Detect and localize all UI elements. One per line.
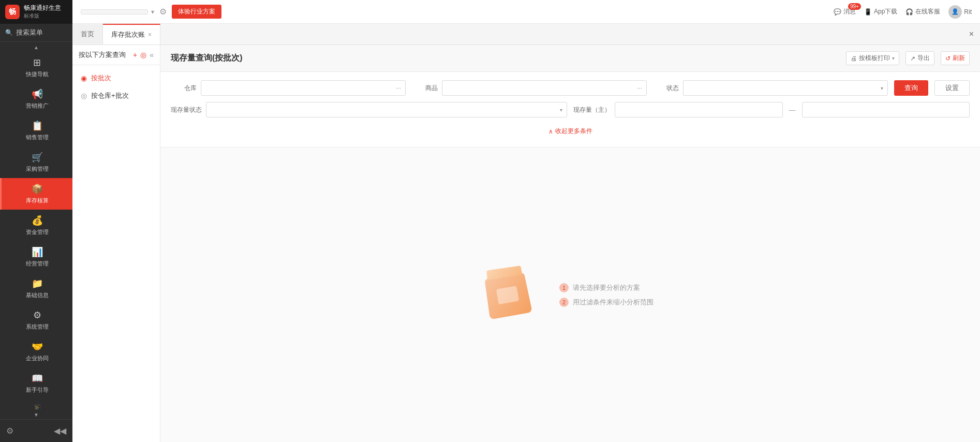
- app-download-btn[interactable]: 📱 App下载: [864, 7, 897, 16]
- sidebar-item-newbie[interactable]: 📖 新手引导: [0, 367, 72, 399]
- scroll-down-btn[interactable]: ▼: [0, 409, 72, 419]
- sidebar-item-inventory[interactable]: 📦 库存核算: [0, 178, 72, 210]
- scheme-settings-btn[interactable]: ◎: [140, 51, 146, 59]
- sidebar-footer: ⚙ ◀◀: [0, 419, 72, 442]
- collapse-panel-btn[interactable]: «: [150, 51, 154, 59]
- sidebar-item-purchase[interactable]: 🛒 采购管理: [0, 146, 72, 178]
- marketing-icon: 📢: [32, 89, 43, 100]
- sidebar-item-marketing[interactable]: 📢 营销推广: [0, 83, 72, 115]
- refresh-btn[interactable]: ↺ 刷新: [941, 51, 970, 65]
- inventory-qty-min-input[interactable]: [615, 102, 783, 117]
- sidebar-item-sales[interactable]: 📋 销售管理: [0, 115, 72, 146]
- empty-illustration: [487, 269, 539, 321]
- empty-box: [484, 272, 532, 319]
- quick-nav-icon: ⊞: [33, 57, 41, 68]
- sidebar-item-quick-nav[interactable]: ⊞ 快捷导航: [0, 52, 72, 83]
- warehouse-more-btn[interactable]: ···: [396, 84, 401, 92]
- goods-more-btn[interactable]: ···: [637, 84, 642, 92]
- topbar-dropdown-icon[interactable]: ▾: [151, 8, 154, 16]
- panel-close-btn[interactable]: ×: [963, 25, 980, 43]
- inventory-status-label: 现存量状态: [171, 106, 202, 114]
- sidebar-item-system[interactable]: ⚙ 系统管理: [0, 304, 72, 336]
- inventory-status-field: 现存量状态 ▾: [171, 102, 567, 117]
- export-label: 导出: [917, 54, 930, 63]
- online-service-label: 在线客服: [915, 7, 940, 16]
- scroll-up-btn[interactable]: ▲: [0, 42, 72, 52]
- tab-close-btn[interactable]: ×: [148, 31, 152, 38]
- print-icon: 🖨: [851, 55, 857, 62]
- headset-icon: 🎧: [905, 8, 913, 16]
- export-btn[interactable]: ↗ 导出: [905, 51, 934, 65]
- user-name: Rit: [964, 8, 972, 16]
- collapse-icon: ∧: [548, 128, 553, 135]
- newbie-icon: 📖: [32, 373, 43, 384]
- sidebar-item-finance[interactable]: 💰 资金管理: [0, 210, 72, 241]
- warehouse-batch-icon: ◎: [81, 92, 87, 100]
- topbar: ▾ ⚙ 体验行业方案 💬 消息 99+ 📱 App下载 🎧 在线客服 👤 Rit: [72, 0, 980, 24]
- app-center-icon: 📱: [32, 404, 43, 409]
- app-version: 标准版: [24, 12, 61, 20]
- status-label: 状态: [653, 84, 679, 93]
- app-download-label: App下载: [874, 7, 897, 16]
- print-dropdown-icon[interactable]: ▾: [892, 55, 895, 61]
- goods-input[interactable]: ···: [442, 80, 647, 96]
- sidebar-item-app-center[interactable]: 📱 应用中心: [0, 399, 72, 409]
- goods-field: 商品 ···: [412, 80, 647, 96]
- topbar-gear-icon[interactable]: ⚙: [159, 7, 167, 17]
- inventory-status-arrow: ▾: [560, 107, 562, 113]
- scheme-item-warehouse-batch-label: 按仓库+批次: [91, 91, 129, 100]
- sidebar-item-enterprise[interactable]: 🤝 企业协同: [0, 336, 72, 367]
- sidebar-item-label: 销售管理: [26, 134, 49, 141]
- collapse-more-btn[interactable]: ∧ 收起更多条件: [171, 124, 970, 139]
- tab-inventory-batch[interactable]: 库存批次账 ×: [103, 24, 160, 45]
- left-panel: 按以下方案查询 + ◎ « ◉ 按批次 ◎ 按仓库+批次: [72, 45, 160, 442]
- user-menu[interactable]: 👤 Rit: [948, 5, 972, 19]
- trial-btn[interactable]: 体验行业方案: [172, 5, 221, 19]
- online-service-btn[interactable]: 🎧 在线客服: [905, 7, 940, 16]
- app-logo: 畅: [5, 5, 20, 19]
- enterprise-icon: 🤝: [32, 341, 43, 352]
- search-icon: 🔍: [5, 29, 13, 36]
- print-btn[interactable]: 🖨 按模板打印 ▾: [846, 51, 899, 65]
- topbar-search-box[interactable]: [81, 9, 148, 14]
- inventory-qty-max-input[interactable]: [802, 102, 970, 117]
- batch-icon: ◉: [81, 74, 87, 82]
- topbar-left: ▾ ⚙ 体验行业方案: [81, 5, 221, 19]
- page-header-actions: 🖨 按模板打印 ▾ ↗ 导出 ↺ 刷新: [846, 51, 970, 65]
- phone-icon: 📱: [864, 8, 872, 16]
- sidebar-item-operations[interactable]: 📊 经营管理: [0, 241, 72, 273]
- collapse-sidebar-btn[interactable]: ◀◀: [52, 424, 68, 438]
- add-scheme-btn[interactable]: +: [133, 51, 137, 59]
- sidebar: 畅 畅康通好生意 标准版 🔍 搜索菜单 ▲ ⊞ 快捷导航 📢 营销推广 📋 销售…: [0, 0, 72, 442]
- filter-settings-btn[interactable]: 设置: [934, 80, 970, 96]
- filter-header-icons: + ◎ «: [133, 51, 154, 59]
- tab-home[interactable]: 首页: [72, 24, 103, 44]
- filter-row-2: 现存量状态 ▾ 现存量（主） —: [171, 102, 970, 117]
- sidebar-header: 畅 畅康通好生意 标准版: [0, 0, 72, 24]
- warehouse-input[interactable]: ···: [201, 80, 406, 96]
- goods-label: 商品: [412, 84, 438, 93]
- query-btn[interactable]: 查询: [894, 80, 928, 96]
- sidebar-item-basics[interactable]: 📁 基础信息: [0, 273, 72, 304]
- content-area: 按以下方案查询 + ◎ « ◉ 按批次 ◎ 按仓库+批次: [72, 45, 980, 442]
- purchase-icon: 🛒: [32, 152, 43, 163]
- scheme-item-warehouse-batch[interactable]: ◎ 按仓库+批次: [72, 87, 160, 105]
- settings-footer-btn[interactable]: ⚙: [4, 424, 16, 438]
- filter-row-1: 仓库 ··· 商品 ··· 状态: [171, 80, 970, 96]
- home-tab-label: 首页: [81, 30, 94, 39]
- hint-num-1: 1: [559, 283, 569, 292]
- messages-btn[interactable]: 💬 消息 99+: [834, 7, 856, 16]
- scheme-item-batch[interactable]: ◉ 按批次: [72, 69, 160, 87]
- empty-state: 1 请先选择要分析的方案 2 用过滤条件来缩小分析范围: [160, 148, 980, 442]
- hint-text-1: 请先选择要分析的方案: [573, 283, 640, 292]
- inventory-status-select[interactable]: ▾: [206, 102, 567, 117]
- sidebar-item-label: 资金管理: [26, 228, 49, 236]
- sidebar-item-label: 基础信息: [26, 291, 49, 299]
- sidebar-item-label: 新手引导: [26, 386, 49, 394]
- sidebar-search[interactable]: 🔍 搜索菜单: [0, 24, 72, 42]
- main-area: ▾ ⚙ 体验行业方案 💬 消息 99+ 📱 App下载 🎧 在线客服 👤 Rit: [72, 0, 980, 442]
- scheme-item-batch-label: 按批次: [91, 73, 111, 83]
- status-field: 状态 ▾: [653, 80, 888, 96]
- status-select[interactable]: ▾: [683, 80, 888, 96]
- avatar: 👤: [948, 5, 962, 19]
